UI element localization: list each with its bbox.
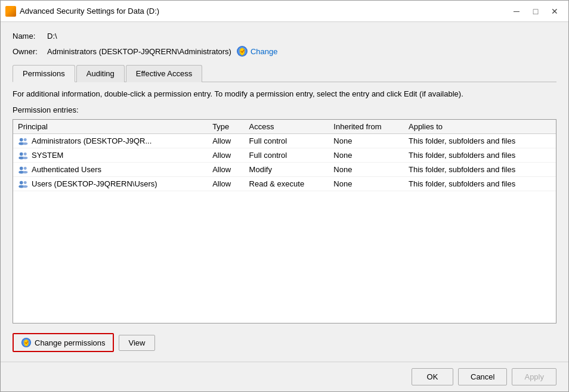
apply-button[interactable]: Apply xyxy=(512,368,556,385)
svg-point-6 xyxy=(20,152,23,155)
shield-small-icon xyxy=(21,337,32,348)
cell-inherited: None xyxy=(329,134,404,148)
owner-label: Owner: xyxy=(13,47,42,56)
name-value: D:\ xyxy=(47,32,57,41)
svg-point-13 xyxy=(23,171,27,173)
cell-inherited: None xyxy=(329,177,404,191)
col-principal: Principal xyxy=(13,120,208,134)
svg-point-9 xyxy=(23,157,27,159)
shield-icon xyxy=(236,45,248,57)
title-controls: ─ □ ✕ xyxy=(508,4,564,18)
cell-access: Full control xyxy=(245,148,329,163)
svg-point-12 xyxy=(24,167,27,170)
col-access: Access xyxy=(245,120,329,134)
change-permissions-label: Change permissions xyxy=(35,338,106,347)
svg-point-14 xyxy=(20,181,23,184)
svg-point-2 xyxy=(20,138,23,141)
name-row: Name: D:\ xyxy=(13,32,556,41)
cell-access: Modify xyxy=(245,163,329,177)
cell-type: Allow xyxy=(208,177,244,191)
dialog-content: Name: D:\ Owner: Administrators (DESKTOP… xyxy=(1,22,568,362)
change-permissions-button[interactable]: Change permissions xyxy=(13,333,114,352)
window-icon xyxy=(5,6,16,17)
tabs-container: Permissions Auditing Effective Access xyxy=(13,64,556,82)
cell-principal: Authenticated Users xyxy=(13,163,208,177)
svg-point-5 xyxy=(23,142,27,145)
owner-value: Administrators (DESKTOP-J9QRERN\Administ… xyxy=(47,47,231,56)
user-group-icon xyxy=(18,137,29,145)
cell-principal: Administrators (DESKTOP-J9QR... xyxy=(13,134,208,148)
view-button[interactable]: View xyxy=(119,335,156,351)
cell-applies: This folder, subfolders and files xyxy=(404,163,556,177)
title-bar: Advanced Security Settings for Data (D:)… xyxy=(1,1,568,22)
user-group-icon xyxy=(18,180,29,188)
tab-permissions[interactable]: Permissions xyxy=(13,65,75,82)
name-label: Name: xyxy=(13,32,42,41)
col-type: Type xyxy=(208,120,244,134)
info-text: For additional information, double-click… xyxy=(13,89,556,98)
cell-applies: This folder, subfolders and files xyxy=(404,148,556,163)
cell-type: Allow xyxy=(208,163,244,177)
maximize-button[interactable]: □ xyxy=(527,4,545,18)
permissions-table-container: Principal Type Access Inherited from App… xyxy=(13,119,556,323)
svg-point-10 xyxy=(20,166,23,170)
tab-auditing[interactable]: Auditing xyxy=(76,65,125,82)
user-group-icon xyxy=(18,151,29,160)
cell-access: Read & execute xyxy=(245,177,329,191)
svg-point-8 xyxy=(24,153,27,155)
perm-entries-label: Permission entries: xyxy=(13,105,556,114)
minimize-button[interactable]: ─ xyxy=(508,4,525,18)
permissions-table: Principal Type Access Inherited from App… xyxy=(13,120,556,191)
cell-access: Full control xyxy=(245,134,329,148)
svg-point-17 xyxy=(23,185,27,188)
col-applies: Applies to xyxy=(404,120,556,134)
change-owner-link[interactable]: Change xyxy=(236,45,278,57)
change-link-label: Change xyxy=(251,47,278,56)
owner-row: Owner: Administrators (DESKTOP-J9QRERN\A… xyxy=(13,45,556,57)
main-window: Advanced Security Settings for Data (D:)… xyxy=(0,0,569,392)
cell-type: Allow xyxy=(208,134,244,148)
cell-type: Allow xyxy=(208,148,244,163)
cell-principal: SYSTEM xyxy=(13,148,208,163)
tab-effective-access[interactable]: Effective Access xyxy=(126,65,202,82)
cell-principal: Users (DESKTOP-J9QRERN\Users) xyxy=(13,177,208,191)
ok-button[interactable]: OK xyxy=(412,368,453,385)
cell-inherited: None xyxy=(329,148,404,163)
close-button[interactable]: ✕ xyxy=(546,4,564,18)
table-row[interactable]: Administrators (DESKTOP-J9QR... AllowFul… xyxy=(13,134,556,148)
svg-point-16 xyxy=(24,181,27,184)
cell-applies: This folder, subfolders and files xyxy=(404,134,556,148)
dialog-footer: OK Cancel Apply xyxy=(1,362,568,391)
cancel-button[interactable]: Cancel xyxy=(458,368,507,385)
cell-inherited: None xyxy=(329,163,404,177)
table-row[interactable]: Authenticated Users AllowModifyNoneThis … xyxy=(13,163,556,177)
table-row[interactable]: Users (DESKTOP-J9QRERN\Users) AllowRead … xyxy=(13,177,556,191)
table-row[interactable]: SYSTEM AllowFull controlNoneThis folder,… xyxy=(13,148,556,163)
window-title: Advanced Security Settings for Data (D:) xyxy=(20,7,508,15)
user-group-icon xyxy=(18,166,29,174)
action-buttons: Change permissions View xyxy=(13,333,556,352)
col-inherited: Inherited from xyxy=(329,120,404,134)
cell-applies: This folder, subfolders and files xyxy=(404,177,556,191)
svg-point-4 xyxy=(24,138,27,141)
